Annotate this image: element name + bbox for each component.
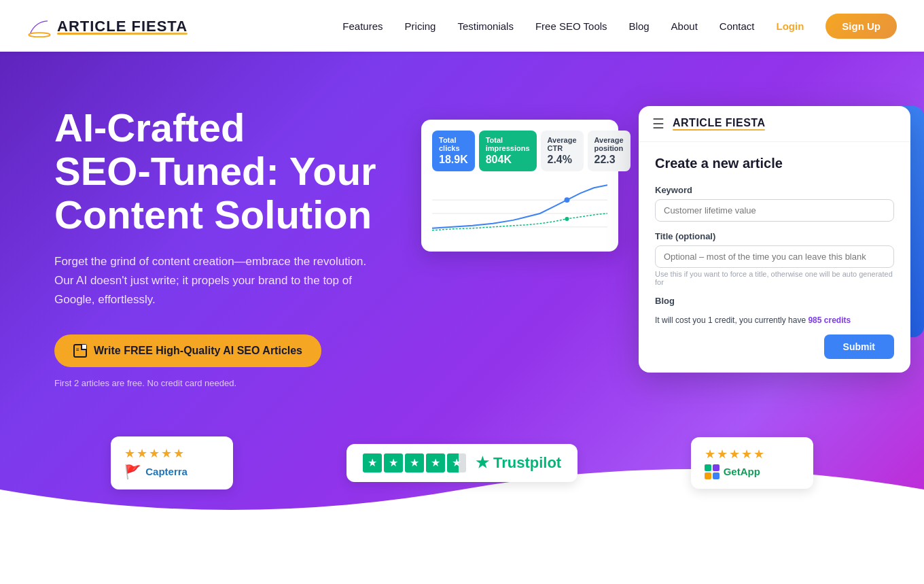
modal-header: ☰ ARTICLE FIESTA (639, 106, 910, 142)
keyword-input[interactable] (655, 199, 894, 222)
svg-point-4 (564, 197, 569, 203)
total-impressions-value: 804K (486, 154, 530, 166)
logo-text: ARTICLE FIESTA (57, 18, 188, 35)
nav-features[interactable]: Features (342, 20, 383, 32)
tp-star-3: ★ (405, 453, 424, 473)
getapp-content: ★ ★ ★ ★ ★ GetApp (705, 447, 764, 479)
ga-star-5: ★ (753, 447, 764, 462)
modal-logo-underline (673, 129, 765, 131)
blog-label: Blog (655, 296, 894, 306)
nav-about[interactable]: About (671, 20, 698, 32)
login-link[interactable]: Login (777, 20, 804, 32)
document-icon (73, 344, 87, 358)
total-clicks-label: Total clicks (439, 136, 468, 152)
getapp-stars: ★ ★ ★ ★ ★ (705, 447, 764, 462)
credit-info: It will cost you 1 credit, you currently… (655, 315, 894, 325)
getapp-icon (705, 464, 719, 479)
ga-star-4: ★ (741, 447, 752, 462)
total-clicks-box: Total clicks 18.9K (432, 131, 475, 171)
svg-rect-8 (705, 473, 711, 479)
avg-ctr-box: Average CTR 2.4% (541, 131, 584, 171)
total-impressions-box: Total impressions 804K (479, 131, 537, 171)
trustpilot-label: Trustpilot (493, 454, 561, 471)
modal-logo-text: ARTICLE FIESTA (673, 117, 765, 129)
total-clicks-value: 18.9K (439, 154, 468, 166)
ga-star-1: ★ (705, 447, 715, 462)
getapp-label: GetApp (724, 466, 760, 477)
capterra-badge: ★ ★ ★ ★ ★ 🚩 Capterra (111, 436, 233, 489)
analytics-stats: Total clicks 18.9K Total impressions 804… (432, 131, 607, 171)
credit-text: It will cost you 1 credit, you currently… (655, 315, 806, 325)
hero-content: AI-Crafted SEO-Tuned: Your Content Solut… (0, 52, 924, 416)
chart-svg (432, 179, 607, 241)
nav-blog[interactable]: Blog (629, 20, 650, 32)
title-hint: Use this if you want to force a title, o… (655, 270, 894, 286)
create-article-modal: ☰ ARTICLE FIESTA Create a new article Ke… (639, 106, 910, 373)
svg-rect-6 (705, 464, 711, 471)
keyword-label: Keyword (655, 185, 894, 195)
avg-ctr-label: Average CTR (548, 136, 577, 152)
blog-field: Blog (655, 296, 894, 306)
signup-button[interactable]: Sign Up (825, 14, 897, 39)
svg-point-5 (565, 217, 569, 221)
avg-position-label: Average position (594, 136, 624, 152)
total-impressions-label: Total impressions (486, 136, 530, 152)
tp-star-2: ★ (384, 453, 403, 473)
nav-links: Features Pricing Testimonials Free SEO T… (342, 14, 897, 39)
svg-rect-7 (713, 464, 719, 471)
credit-count: 985 credits (808, 315, 851, 325)
modal-body: Create a new article Keyword Title (opti… (639, 142, 910, 373)
logo[interactable]: ARTICLE FIESTA (27, 14, 188, 38)
cta-label: Write FREE High-Quality AI SEO Articles (94, 345, 302, 357)
capterra-stars: ★ ★ ★ ★ ★ (124, 446, 188, 461)
free-note: First 2 articles are free. No credit car… (54, 378, 236, 388)
avg-position-box: Average position 22.3 (588, 131, 630, 171)
analytics-card: Total clicks 18.9K Total impressions 804… (421, 120, 618, 252)
hero-right: Total clicks 18.9K Total impressions 804… (435, 92, 883, 364)
tp-star-1: ★ (363, 453, 382, 473)
star-5: ★ (173, 446, 184, 461)
star-4: ★ (161, 446, 172, 461)
trustpilot-logo: ★ Trustpilot (476, 454, 561, 472)
tp-star-4: ★ (426, 453, 445, 473)
title-label: Title (optional) (655, 231, 894, 241)
hero-section: AI-Crafted SEO-Tuned: Your Content Solut… (0, 0, 924, 530)
star-2: ★ (137, 446, 147, 461)
cta-button[interactable]: Write FREE High-Quality AI SEO Articles (54, 334, 321, 367)
hero-left: AI-Crafted SEO-Tuned: Your Content Solut… (54, 92, 408, 389)
capterra-label: Capterra (145, 466, 188, 477)
submit-button[interactable]: Submit (824, 334, 894, 359)
trustpilot-badge: ★ ★ ★ ★ ★ ★ Trustpilot (346, 444, 578, 482)
keyword-field: Keyword (655, 185, 894, 222)
nav-testimonials[interactable]: Testimonials (457, 20, 514, 32)
svg-point-0 (29, 33, 50, 37)
getapp-badge: ★ ★ ★ ★ ★ GetApp (691, 437, 813, 489)
avg-ctr-value: 2.4% (548, 154, 577, 166)
ga-star-2: ★ (717, 447, 728, 462)
nav-pricing[interactable]: Pricing (405, 20, 436, 32)
ga-star-3: ★ (729, 447, 740, 462)
modal-title: Create a new article (655, 156, 894, 171)
tp-star-5: ★ (447, 453, 466, 473)
svg-rect-9 (713, 473, 719, 479)
nav-free-seo-tools[interactable]: Free SEO Tools (535, 20, 607, 32)
analytics-chart (432, 179, 607, 241)
trustpilot-stars: ★ ★ ★ ★ ★ (363, 453, 466, 473)
bottom-area (0, 530, 924, 584)
logo-icon (27, 14, 52, 38)
title-input[interactable] (655, 245, 894, 268)
nav-contact[interactable]: Contact (719, 20, 755, 32)
hero-subtitle: Forget the grind of content creation—emb… (54, 252, 367, 309)
badges-row: ★ ★ ★ ★ ★ 🚩 Capterra ★ ★ ★ ★ ★ (0, 416, 924, 530)
navbar: ARTICLE FIESTA Features Pricing Testimon… (0, 0, 924, 52)
modal-logo: ARTICLE FIESTA (673, 117, 765, 131)
capterra-icon: 🚩 (124, 464, 141, 480)
title-field: Title (optional) Use this if you want to… (655, 231, 894, 286)
star-1: ★ (124, 446, 135, 461)
hamburger-icon[interactable]: ☰ (652, 116, 664, 132)
avg-position-value: 22.3 (594, 154, 624, 166)
capterra-content: ★ ★ ★ ★ ★ 🚩 Capterra (124, 446, 188, 480)
star-3: ★ (149, 446, 160, 461)
hero-title: AI-Crafted SEO-Tuned: Your Content Solut… (54, 106, 408, 236)
